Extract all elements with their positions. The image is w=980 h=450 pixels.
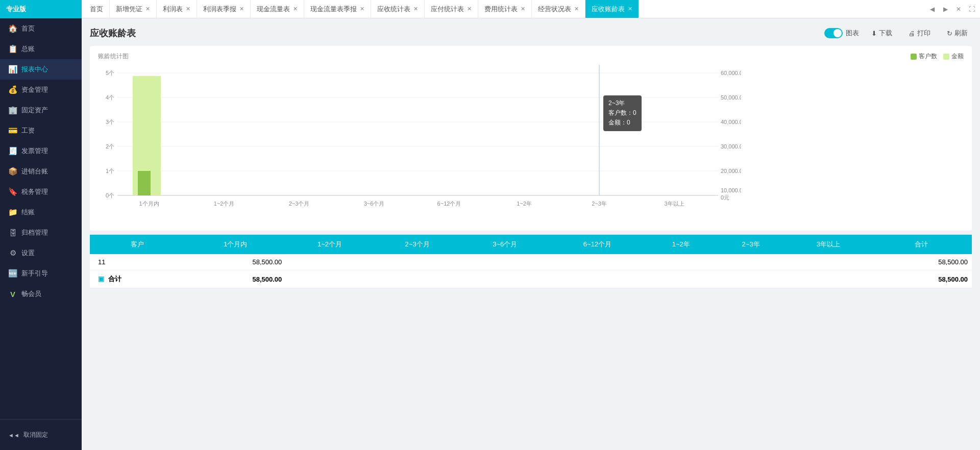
sidebar-item-closing[interactable]: 📁 结账 bbox=[0, 202, 82, 222]
tab-aging[interactable]: 应收账龄表 ✕ bbox=[585, 0, 639, 18]
tab-receivable-close[interactable]: ✕ bbox=[413, 6, 418, 12]
sidebar-item-fund[interactable]: 💰 资金管理 bbox=[0, 80, 82, 100]
row-total: 58,500.00 bbox=[871, 254, 972, 270]
page-content: 应收账龄表 图表 ⬇ 下载 🖨 打印 ↻ 刷新 bbox=[82, 18, 980, 450]
print-label: 打印 bbox=[917, 29, 930, 38]
home-icon: 🏠 bbox=[8, 24, 17, 33]
print-button[interactable]: 🖨 打印 bbox=[904, 27, 935, 40]
sidebar-item-assets[interactable]: 🏢 固定资产 bbox=[0, 100, 82, 120]
tab-profit[interactable]: 利润表 ✕ bbox=[157, 0, 197, 18]
sidebar-item-member[interactable]: V 畅会员 bbox=[0, 284, 82, 304]
sidebar: 专业版 🏠 首页 📋 总账 📊 报表中心 💰 资金管理 🏢 固定资产 💳 工资 … bbox=[0, 0, 82, 450]
tab-prev-button[interactable]: ◀ bbox=[926, 3, 938, 15]
sidebar-label-archive: 归档管理 bbox=[21, 228, 48, 237]
col-customer: 客户 bbox=[90, 235, 185, 254]
sidebar-label-purchase: 进销台账 bbox=[21, 167, 48, 176]
refresh-button[interactable]: ↻ 刷新 bbox=[943, 27, 972, 40]
total-m612 bbox=[549, 270, 646, 288]
svg-text:4个: 4个 bbox=[106, 94, 114, 101]
member-icon: V bbox=[8, 290, 17, 298]
archive-icon: 🗄 bbox=[8, 229, 17, 237]
col-y12: 1~2年 bbox=[646, 235, 716, 254]
print-icon: 🖨 bbox=[909, 30, 915, 37]
tab-profitquarter-close[interactable]: ✕ bbox=[239, 6, 244, 12]
tab-profitquarter[interactable]: 利润表季报 ✕ bbox=[197, 0, 251, 18]
tab-newvoucher-label: 新增凭证 bbox=[116, 5, 142, 14]
guide-icon: 🆕 bbox=[8, 269, 17, 278]
tab-cashflowquarter-close[interactable]: ✕ bbox=[360, 6, 364, 12]
table-row: 11 58,500.00 58,500.00 bbox=[90, 254, 972, 270]
sidebar-label-settings: 设置 bbox=[21, 248, 35, 258]
sidebar-item-invoice[interactable]: 🧾 发票管理 bbox=[0, 141, 82, 161]
row-y23 bbox=[716, 254, 786, 270]
tab-newvoucher-close[interactable]: ✕ bbox=[145, 6, 150, 12]
sidebar-item-guide[interactable]: 🆕 新手引导 bbox=[0, 263, 82, 284]
tab-receivable-label: 应收统计表 bbox=[377, 5, 410, 14]
tab-expense[interactable]: 费用统计表 ✕ bbox=[478, 0, 532, 18]
sidebar-label-home: 首页 bbox=[21, 24, 35, 33]
total-label: ▣ 合计 bbox=[90, 270, 185, 288]
tab-cashflow-close[interactable]: ✕ bbox=[293, 6, 298, 12]
svg-text:1个月内: 1个月内 bbox=[139, 201, 159, 207]
data-table: 客户 1个月内 1~2个月 2~3个月 3~6个月 6~12个月 1~2年 2~… bbox=[90, 235, 972, 288]
legend-customer: 客户数 bbox=[911, 52, 937, 61]
salary-icon: 💳 bbox=[8, 126, 17, 135]
tab-operation[interactable]: 经营状况表 ✕ bbox=[532, 0, 585, 18]
sidebar-item-salary[interactable]: 💳 工资 bbox=[0, 120, 82, 141]
legend-customer-label: 客户数 bbox=[919, 52, 937, 61]
tab-close-all-button[interactable]: ✕ bbox=[952, 3, 965, 15]
svg-text:5个: 5个 bbox=[106, 70, 114, 76]
svg-text:0个: 0个 bbox=[106, 192, 114, 198]
page-header: 应收账龄表 图表 ⬇ 下载 🖨 打印 ↻ 刷新 bbox=[90, 27, 972, 40]
svg-text:1~2个月: 1~2个月 bbox=[214, 201, 235, 207]
table-total-row: ▣ 合计 58,500.00 58,500.00 bbox=[90, 270, 972, 288]
tab-payable[interactable]: 应付统计表 ✕ bbox=[425, 0, 478, 18]
tab-maximize-button[interactable]: ⛶ bbox=[966, 3, 978, 15]
svg-text:1~2年: 1~2年 bbox=[517, 201, 532, 207]
tab-profit-close[interactable]: ✕ bbox=[186, 6, 190, 12]
sidebar-item-report[interactable]: 📊 报表中心 bbox=[0, 59, 82, 80]
sidebar-item-settings[interactable]: ⚙ 设置 bbox=[0, 243, 82, 263]
download-button[interactable]: ⬇ 下载 bbox=[867, 27, 896, 40]
bar-customer-0 bbox=[138, 171, 151, 195]
tab-payable-close[interactable]: ✕ bbox=[467, 6, 472, 12]
sidebar-label-salary: 工资 bbox=[21, 126, 35, 135]
tab-next-button[interactable]: ▶ bbox=[939, 3, 951, 15]
sidebar-item-archive[interactable]: 🗄 归档管理 bbox=[0, 222, 82, 243]
chart-toggle[interactable] bbox=[824, 28, 843, 38]
svg-text:20,000.00元: 20,000.00元 bbox=[721, 168, 741, 174]
tab-expense-close[interactable]: ✕ bbox=[521, 6, 525, 12]
chart-svg-wrap: 5个 4个 3个 2个 1个 0个 60,000.00元 50,000.00元 … bbox=[98, 65, 964, 224]
sidebar-item-ledger[interactable]: 📋 总账 bbox=[0, 39, 82, 59]
tab-aging-close[interactable]: ✕ bbox=[628, 6, 632, 12]
sidebar-item-purchase[interactable]: 📦 进销台账 bbox=[0, 161, 82, 182]
svg-text:3年以上: 3年以上 bbox=[664, 201, 684, 207]
tab-cashflowquarter[interactable]: 现金流量表季报 ✕ bbox=[304, 0, 371, 18]
unpin-button[interactable]: ◄◄ 取消固定 bbox=[0, 425, 82, 445]
col-total: 合计 bbox=[871, 235, 972, 254]
total-m12 bbox=[286, 270, 374, 288]
tab-cashflow[interactable]: 现金流量表 ✕ bbox=[251, 0, 304, 18]
page-title: 应收账龄表 bbox=[90, 27, 136, 39]
sidebar-item-tax[interactable]: 🔖 税务管理 bbox=[0, 182, 82, 202]
total-m36 bbox=[461, 270, 549, 288]
sidebar-item-home[interactable]: 🏠 首页 bbox=[0, 18, 82, 39]
sidebar-label-member: 畅会员 bbox=[21, 289, 41, 298]
tab-receivable[interactable]: 应收统计表 ✕ bbox=[371, 0, 425, 18]
col-m612: 6~12个月 bbox=[549, 235, 646, 254]
chart-toggle-wrap: 图表 bbox=[824, 28, 859, 38]
sidebar-label-report: 报表中心 bbox=[21, 65, 48, 74]
svg-text:1个: 1个 bbox=[106, 168, 114, 174]
tab-operation-close[interactable]: ✕ bbox=[574, 6, 579, 12]
tab-newvoucher[interactable]: 新增凭证 ✕ bbox=[110, 0, 157, 18]
download-label: 下载 bbox=[879, 29, 892, 38]
col-m12: 1~2个月 bbox=[286, 235, 374, 254]
tab-expense-label: 费用统计表 bbox=[484, 5, 518, 14]
total-y23 bbox=[716, 270, 786, 288]
tab-home[interactable]: 首页 bbox=[84, 0, 110, 18]
svg-text:0元: 0元 bbox=[721, 194, 729, 201]
refresh-icon: ↻ bbox=[947, 30, 952, 37]
tab-profitquarter-label: 利润表季报 bbox=[203, 5, 236, 14]
legend-amount-label: 金额 bbox=[951, 52, 964, 61]
svg-text:6~12个月: 6~12个月 bbox=[437, 201, 461, 207]
